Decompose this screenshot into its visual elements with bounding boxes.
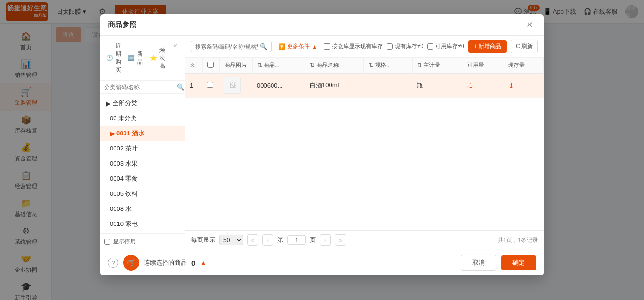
warehouse-checkbox[interactable] [324,43,330,50]
recent-icon: 🕐 [106,55,113,61]
cat-0001-arrow: ▶ [110,130,115,137]
warehouse-label: 按仓库显示现有库存 [332,42,383,50]
available-not-zero-filter[interactable]: 现有库存≠0 [387,42,423,50]
cat-item-0005[interactable]: 0005 饮料 [100,186,185,201]
frequent-btn[interactable]: ⭐ 频次高 [148,40,168,76]
th-available: 可用量 [462,58,503,74]
dialog-body: 🕐 近期购买 🆕 新品 ⭐ 频次高 « 🔍 [100,36,544,250]
sort-icon-name: ⇅ [310,62,314,68]
th-name[interactable]: ⇅ 商品名称 [305,58,363,74]
cat-item-0002[interactable]: 0002 茶叶 [100,141,185,156]
expand-button[interactable]: ▲ [200,259,206,267]
product-search-box: 🔍 [191,41,272,52]
cancel-button[interactable]: 取消 [461,255,496,271]
prev-page-button[interactable]: ‹ [262,234,273,246]
collapse-btn[interactable]: « [170,40,181,51]
filter-icon: 🔽 [278,43,285,50]
product-table-wrapper: ⚙ 商品图片 ⇅ 商品... ⇅ 商品名称 ⇅ 规格... [185,58,544,230]
category-panel: 🕐 近期购买 🆕 新品 ⭐ 频次高 « 🔍 [100,36,185,250]
search-icon[interactable]: 🔍 [260,43,267,50]
th-code[interactable]: ⇅ 商品... [252,58,305,74]
product-panel: 🔍 🔽 更多条件 ▲ 按仓库显示现有库存 现有库存≠0 可用库存≠ [185,36,544,250]
page-size-label: 每页显示 [191,236,215,244]
sort-icon-unit: ⇅ [417,62,422,68]
dialog-title: 商品参照 [108,20,523,29]
cat-search-icon[interactable]: 🔍 [177,83,184,91]
th-stock: 现存量 [503,58,543,74]
row-code: 000600... [252,73,305,97]
image-placeholder-icon: 🖼 [229,82,236,89]
row-image: 🖼 [219,73,252,97]
usable-not-zero-label: 可用库存≠0 [435,42,464,50]
available-not-zero-label: 现有库存≠0 [395,42,423,50]
help-button[interactable]: ? [108,258,118,268]
new-product-btn[interactable]: 🆕 新品 [126,40,146,76]
product-reference-dialog: 商品参照 ✕ 🕐 近期购买 🆕 新品 ⭐ 频次高 « [100,14,544,275]
cat-item-0003[interactable]: 0003 水果 [100,156,185,171]
usable-not-zero-filter[interactable]: 可用库存≠0 [427,42,464,50]
page-number-input[interactable] [287,235,306,245]
product-table: ⚙ 商品图片 ⇅ 商品... ⇅ 商品名称 ⇅ 规格... [185,58,544,98]
product-image: 🖼 [224,77,241,94]
th-unit[interactable]: ⇅ 主计量 [412,58,462,74]
selected-count: 0 [191,258,195,267]
all-cat-arrow: ▶ [106,100,111,107]
new-icon: 🆕 [128,55,135,61]
product-search-input[interactable] [195,43,258,50]
toolbar-right: + 新增商品 C 刷新 [468,40,538,53]
sort-icon-spec: ⇅ [369,62,373,68]
next-page-button[interactable]: › [320,234,331,246]
show-disabled-footer: 显示停用 [100,233,185,250]
select-all-checkbox[interactable] [207,61,214,67]
row-stock: -1 [503,73,543,97]
category-search: 🔍 [100,81,185,94]
dialog-close-button[interactable]: ✕ [523,18,536,31]
cart-icon: 🛒 [126,258,136,267]
page-label: 第 [277,236,283,244]
page-size-select[interactable]: 50 100 200 [219,235,243,245]
add-product-button[interactable]: + 新增商品 [468,40,507,53]
cat-item-0001[interactable]: ▶ 0001 酒水 [100,126,185,141]
cart-button[interactable]: 🛒 [123,255,139,271]
row-select-checkbox[interactable] [207,82,213,88]
page-suffix: 页 [310,236,316,244]
cat-item-0008[interactable]: 0008 水 [100,201,185,217]
star-icon: ⭐ [150,55,157,61]
cat-item-all[interactable]: ▶ 全部分类 [100,96,185,111]
th-spec[interactable]: ⇅ 规格... [363,58,412,74]
usable-not-zero-checkbox[interactable] [427,43,433,50]
category-list: ▶ 全部分类 00 未分类 ▶ 0001 酒水 0002 茶叶 0003 水果 [100,94,185,233]
cat-item-0010[interactable]: 0010 家电 [100,217,185,232]
table-row[interactable]: 1 🖼 000600... 白酒100ml [185,73,544,97]
row-spec [363,73,412,97]
show-disabled-label: 显示停用 [113,238,136,246]
recent-purchase-btn[interactable]: 🕐 近期购买 [104,40,124,76]
selected-label: 连续选择的商品 [144,258,187,267]
category-nav: 🕐 近期购买 🆕 新品 ⭐ 频次高 « [100,36,185,81]
th-image: 商品图片 [219,58,252,74]
row-name: 白酒100ml [305,73,363,97]
confirm-button[interactable]: 确定 [501,255,536,270]
category-search-input[interactable] [104,83,175,90]
row-checkbox [202,73,219,97]
filter-label: 更多条件 [287,42,310,50]
warehouse-filter[interactable]: 按仓库显示现有库存 [324,42,383,50]
last-page-button[interactable]: » [335,234,346,246]
th-checkbox [202,58,219,74]
show-disabled-checkbox[interactable] [104,239,110,245]
th-gear[interactable]: ⚙ [185,58,202,74]
available-not-zero-checkbox[interactable] [387,43,393,50]
cat-item-0004[interactable]: 0004 零食 [100,171,185,186]
more-filter-button[interactable]: 🔽 更多条件 ▲ [275,41,320,52]
first-page-button[interactable]: « [247,234,258,246]
row-unit: 瓶 [412,73,462,97]
sort-icon-code: ⇅ [257,62,262,68]
refresh-button[interactable]: C 刷新 [511,40,538,53]
product-toolbar: 🔍 🔽 更多条件 ▲ 按仓库显示现有库存 现有库存≠0 可用库存≠ [185,36,544,58]
row-available: -1 [462,73,503,97]
dialog-header: 商品参照 ✕ [100,14,544,36]
cat-item-00[interactable]: 00 未分类 [100,111,185,126]
pagination-bar: 每页显示 50 100 200 « ‹ 第 页 › » 共1页，1条记录 [185,230,544,250]
row-index: 1 [185,73,202,97]
total-info: 共1页，1条记录 [498,236,538,244]
